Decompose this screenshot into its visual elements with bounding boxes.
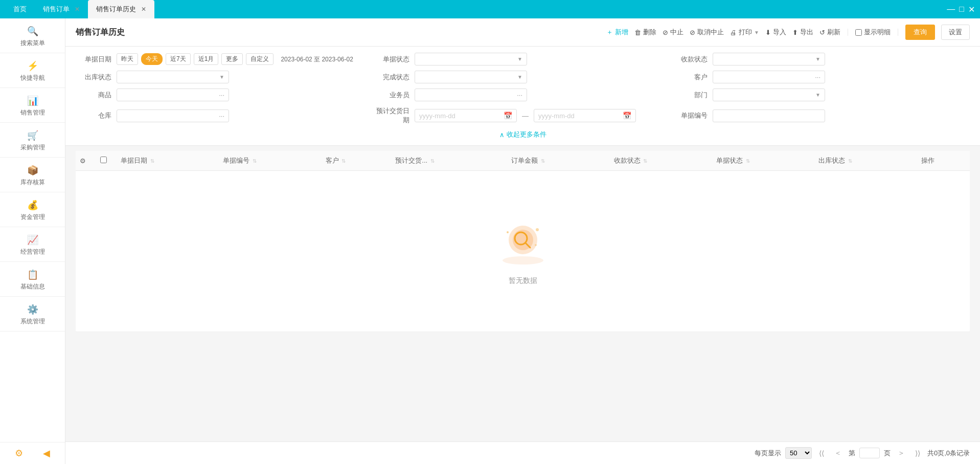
table-settings-col[interactable]: ⚙ xyxy=(76,151,96,171)
salesperson-input[interactable]: ··· xyxy=(415,89,527,101)
customer-input[interactable]: ··· xyxy=(713,71,825,83)
sidebar-item-sys-mgmt[interactable]: ⚙️ 系统管理 xyxy=(0,297,65,332)
page-header: 销售订单历史 ＋ 新增 🗑 删除 ⊘ 中止 ⊘ 取消中止 xyxy=(65,18,980,47)
payment-status-label: 收款状态 xyxy=(672,55,713,64)
next-page-btn[interactable]: ＞ xyxy=(895,448,908,459)
sidebar-item-business-mgmt[interactable]: 📈 经营管理 xyxy=(0,227,65,262)
calendar-from-icon[interactable]: 📅 xyxy=(504,112,512,120)
page-size-select[interactable]: 50 10 20 100 xyxy=(785,447,812,459)
date-btn-yesterday[interactable]: 昨天 xyxy=(117,53,138,65)
date-btn-more[interactable]: 更多 xyxy=(221,53,243,65)
settings-button[interactable]: 设置 xyxy=(941,25,970,40)
delete-button[interactable]: 🗑 删除 xyxy=(634,28,656,37)
last-page-btn[interactable]: ⟩⟩ xyxy=(912,448,923,458)
display-toggle-checkbox[interactable] xyxy=(855,29,862,36)
col-doc-status[interactable]: 单据状态 ⇅ xyxy=(712,151,814,171)
date-label: 单据日期 xyxy=(76,55,117,64)
first-page-btn[interactable]: ⟨⟨ xyxy=(816,448,827,458)
table-header-row: ⚙ 单据日期 ⇅ 单据编号 ⇅ xyxy=(76,151,970,171)
calendar-to-icon[interactable]: 📅 xyxy=(623,112,631,120)
tab-home[interactable]: 首页 xyxy=(5,0,35,18)
collapse-sidebar-icon[interactable]: ◀ xyxy=(43,448,50,459)
col-amount[interactable]: 订单金额 ⇅ xyxy=(507,151,609,171)
prev-page-btn[interactable]: ＜ xyxy=(831,448,845,459)
select-all-checkbox[interactable] xyxy=(100,157,107,163)
svg-point-0 xyxy=(503,256,543,264)
page-number-input[interactable]: 1 xyxy=(859,448,880,458)
minimize-icon[interactable]: — xyxy=(947,5,955,14)
warehouse-dots-icon[interactable]: ··· xyxy=(219,112,224,120)
export-icon: ⬆ xyxy=(792,29,798,36)
tab-sales-order-history[interactable]: 销售订单历史 ✕ xyxy=(88,0,154,18)
sidebar-item-purchase-mgmt[interactable]: 🛒 采购管理 xyxy=(0,123,65,158)
print-button[interactable]: 🖨 打印 ▼ xyxy=(730,28,759,37)
col-doc-no[interactable]: 单据编号 ⇅ xyxy=(219,151,321,171)
page-suffix: 页 xyxy=(884,449,891,458)
add-button[interactable]: ＋ 新增 xyxy=(606,28,628,37)
display-toggle[interactable]: 显示明细 xyxy=(855,28,891,37)
warehouse-input[interactable]: ··· xyxy=(117,109,229,122)
base-info-icon: 📋 xyxy=(27,269,38,280)
maximize-icon[interactable]: □ xyxy=(959,5,964,14)
tab-close-sales-order[interactable]: ✕ xyxy=(75,6,80,13)
col-customer[interactable]: 客户 ⇅ xyxy=(322,151,392,171)
window-controls: — □ ✕ xyxy=(947,5,975,14)
export-button[interactable]: ⬆ 导出 xyxy=(792,28,813,37)
cancel-stop-button[interactable]: ⊘ 取消中止 xyxy=(690,28,724,37)
date-btn-custom[interactable]: 自定义 xyxy=(246,53,274,65)
sidebar-item-base-info[interactable]: 📋 基础信息 xyxy=(0,262,65,297)
col-payment-status-sort-icon: ⇅ xyxy=(643,158,647,164)
col-expected-date[interactable]: 预计交货... ⇅ xyxy=(391,151,507,171)
expected-date-to-input[interactable]: yyyy-mm-dd 📅 xyxy=(534,109,636,122)
print-dropdown-icon: ▼ xyxy=(754,30,759,35)
date-range-display: 2023-06-02 至 2023-06-02 xyxy=(281,55,353,64)
tab-close-history[interactable]: ✕ xyxy=(141,6,146,13)
svg-point-6 xyxy=(536,228,539,231)
refresh-icon: ↺ xyxy=(819,29,825,36)
complete-status-select[interactable]: ▼ xyxy=(415,71,527,83)
refresh-button[interactable]: ↺ 刷新 xyxy=(819,28,840,37)
stop-button[interactable]: ⊘ 中止 xyxy=(663,28,683,37)
date-btn-7days[interactable]: 近7天 xyxy=(166,53,191,65)
complete-status-label: 完成状态 xyxy=(374,73,415,82)
query-button[interactable]: 查询 xyxy=(905,25,935,40)
customer-dots-icon[interactable]: ··· xyxy=(815,73,821,81)
customer-label: 客户 xyxy=(672,73,713,82)
purchase-mgmt-icon: 🛒 xyxy=(27,130,38,141)
sidebar-item-search-menu[interactable]: 🔍 搜索菜单 xyxy=(0,18,65,53)
doc-status-select[interactable]: ▼ xyxy=(415,53,527,65)
col-date-sort-icon: ⇅ xyxy=(150,158,154,164)
expected-date-from-input[interactable]: yyyy-mm-dd 📅 xyxy=(415,109,517,122)
quick-nav-icon: ⚡ xyxy=(27,60,38,72)
salesperson-dots-icon[interactable]: ··· xyxy=(517,91,522,99)
table-area: ⚙ 单据日期 ⇅ 单据编号 ⇅ xyxy=(65,146,980,441)
col-payment-status[interactable]: 收款状态 ⇅ xyxy=(610,151,712,171)
table-settings-icon[interactable]: ⚙ xyxy=(80,157,86,165)
date-btn-1month[interactable]: 近1月 xyxy=(194,53,219,65)
department-arrow-icon: ▼ xyxy=(815,92,821,98)
sidebar-item-finance[interactable]: 💰 资金管理 xyxy=(0,192,65,227)
sidebar-item-inventory[interactable]: 📦 库存核算 xyxy=(0,158,65,192)
settings-bottom-icon[interactable]: ⚙ xyxy=(15,448,23,459)
payment-status-select[interactable]: ▼ xyxy=(713,53,825,65)
date-btn-today[interactable]: 今天 xyxy=(141,53,163,65)
sidebar-item-quick-nav[interactable]: ⚡ 快捷导航 xyxy=(0,53,65,88)
goods-control: ··· xyxy=(117,89,374,101)
tab-sales-order[interactable]: 销售订单 ✕ xyxy=(35,0,88,18)
department-select[interactable]: ▼ xyxy=(713,89,825,101)
close-icon[interactable]: ✕ xyxy=(968,5,975,14)
filter-row-4: 仓库 ··· 预计交货日期 yyyy-mm-dd 📅 — yyyy-mm- xyxy=(76,106,970,125)
collapse-button[interactable]: ∧ 收起更多条件 xyxy=(76,130,970,139)
doc-no-label: 单据编号 xyxy=(672,111,713,120)
doc-no-input[interactable] xyxy=(713,109,825,122)
col-date[interactable]: 单据日期 ⇅ xyxy=(117,151,219,171)
outbound-status-select[interactable]: ▼ xyxy=(117,71,229,83)
import-button[interactable]: ⬇ 导入 xyxy=(765,28,786,37)
table-checkbox-col[interactable] xyxy=(96,151,117,171)
expected-date-label: 预计交货日期 xyxy=(374,106,415,125)
sidebar-item-sales-mgmt[interactable]: 📊 销售管理 xyxy=(0,88,65,123)
outbound-status-label: 出库状态 xyxy=(76,73,117,82)
goods-input[interactable]: ··· xyxy=(117,89,229,101)
col-outbound-status[interactable]: 出库状态 ⇅ xyxy=(814,151,917,171)
goods-dots-icon[interactable]: ··· xyxy=(219,91,224,99)
